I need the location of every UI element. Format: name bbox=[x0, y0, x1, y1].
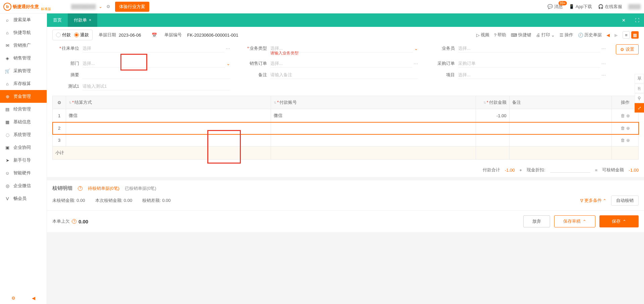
cell-amount[interactable] bbox=[476, 122, 509, 134]
view-form-button[interactable]: ▦ bbox=[631, 31, 639, 39]
tab-payment[interactable]: 付款单 × bbox=[68, 13, 97, 27]
radio-pay[interactable]: 付款 bbox=[56, 32, 71, 38]
online-service-link[interactable]: 🎧 在线客服 bbox=[598, 4, 622, 10]
purchase-order-input[interactable] bbox=[458, 59, 600, 68]
cell-settle[interactable] bbox=[66, 122, 271, 134]
tab-done-verify[interactable]: 已核销单据(0笔) bbox=[125, 185, 156, 191]
cell-remark[interactable] bbox=[509, 134, 611, 146]
delete-icon[interactable]: 🗑 bbox=[621, 126, 625, 131]
col-amount[interactable]: ⇅*付款金额 bbox=[476, 96, 509, 109]
add-row-icon[interactable]: ⊕ bbox=[626, 138, 630, 143]
shortcut-link[interactable]: ⌨快捷键 bbox=[511, 32, 531, 38]
remark-input[interactable] bbox=[270, 71, 418, 79]
next-doc-button[interactable]: ▶ bbox=[614, 33, 618, 38]
dept-select[interactable] bbox=[83, 59, 225, 68]
sidebar-item-basic-info[interactable]: ▦基础信息 bbox=[0, 116, 47, 128]
dock-attach-icon[interactable]: ⚲ bbox=[635, 93, 644, 103]
cell-remark[interactable] bbox=[509, 122, 611, 134]
sidebar-item-marketing[interactable]: ✉营销推广 bbox=[0, 39, 47, 52]
discard-button[interactable]: 放弃 bbox=[523, 215, 550, 227]
sidebar-item-operation[interactable]: ▤经营管理 bbox=[0, 103, 47, 116]
history-link[interactable]: 🕘历史单据 bbox=[578, 32, 602, 38]
cell-account[interactable]: 微信 bbox=[271, 109, 476, 122]
print-link[interactable]: 🖨打印⌄ bbox=[536, 32, 555, 38]
sidebar-item-wechat[interactable]: ◎企业微信 bbox=[0, 179, 47, 192]
table-row[interactable]: 1 微信 微信 -1.00 🗑⊕ bbox=[53, 109, 639, 122]
chevron-down-icon[interactable]: ⌄ bbox=[414, 46, 418, 51]
org-dropdown[interactable]: ████████ ⌄ ⚙ bbox=[71, 4, 110, 9]
experience-plan-button[interactable]: 体验行业方案 bbox=[115, 2, 149, 12]
cell-account[interactable] bbox=[271, 122, 476, 134]
more-icon[interactable]: ⋯ bbox=[601, 46, 606, 51]
sidebar-item-newbie[interactable]: ➤新手引导 bbox=[0, 154, 47, 167]
help-link[interactable]: ?帮助 bbox=[494, 32, 506, 38]
sidebar-item-search-menu[interactable]: ⌕搜索菜单 bbox=[0, 13, 47, 26]
sidebar-item-inventory[interactable]: ⌂库存核算 bbox=[0, 77, 47, 90]
tab-pending-verify[interactable]: 待核销单据(0笔) bbox=[88, 185, 119, 191]
user-avatar-blurred[interactable]: ████ bbox=[628, 4, 641, 9]
auto-verify-button[interactable]: 自动核销 bbox=[611, 196, 639, 206]
sidebar-item-quick-nav[interactable]: ⌂快捷导航 bbox=[0, 26, 47, 39]
more-filter-link[interactable]: ∇更多条件⌃ bbox=[580, 198, 606, 204]
collapse-icon[interactable]: ◀ bbox=[32, 296, 35, 301]
more-icon[interactable]: ⋯ bbox=[601, 61, 606, 66]
operate-link[interactable]: ☰操作 bbox=[559, 32, 573, 38]
chevron-down-icon[interactable]: ⌄ bbox=[226, 61, 230, 66]
settings-icon[interactable]: ⚙ bbox=[11, 296, 15, 301]
table-row[interactable]: 3 🗑⊕ bbox=[53, 134, 639, 146]
sales-order-input[interactable] bbox=[270, 59, 412, 68]
col-settle[interactable]: ⇅*结算方式 bbox=[66, 96, 271, 109]
sidebar-item-collab[interactable]: ▣企业协同 bbox=[0, 141, 47, 154]
save-button[interactable]: 保存⌃ bbox=[599, 215, 639, 227]
calendar-icon[interactable]: 📅 bbox=[152, 33, 157, 38]
radio-refund[interactable]: 退款 bbox=[74, 32, 89, 38]
cash-discount-input[interactable] bbox=[550, 167, 590, 173]
sidebar-item-purchase[interactable]: 🛒采购管理 bbox=[0, 64, 47, 77]
cell-remark[interactable] bbox=[509, 109, 611, 122]
save-draft-button[interactable]: 保存草稿⌃ bbox=[554, 215, 595, 227]
more-icon[interactable]: ⋯ bbox=[601, 73, 606, 78]
cell-amount[interactable]: -1.00 bbox=[476, 109, 509, 122]
col-remark[interactable]: 备注 bbox=[509, 96, 611, 109]
add-row-icon[interactable]: ⊕ bbox=[626, 126, 630, 131]
doc-date-input[interactable] bbox=[119, 33, 149, 38]
add-row-icon[interactable]: ⊕ bbox=[626, 113, 630, 118]
col-account[interactable]: ⇅*付款账号 bbox=[271, 96, 476, 109]
gear-icon[interactable]: ⚙ bbox=[106, 4, 110, 9]
delete-icon[interactable]: 🗑 bbox=[621, 113, 625, 118]
close-icon[interactable]: × bbox=[89, 18, 91, 23]
app-download-link[interactable]: 📱 App下载 bbox=[569, 4, 592, 10]
tab-home[interactable]: 首页 bbox=[47, 13, 68, 27]
sidebar-item-hardware[interactable]: ☺智能硬件 bbox=[0, 167, 47, 179]
summary-input[interactable] bbox=[83, 71, 230, 79]
test1-input[interactable] bbox=[83, 82, 230, 90]
sidebar-item-sales[interactable]: ◈销售管理 bbox=[0, 52, 47, 64]
settings-button[interactable]: ⚙设置 bbox=[616, 44, 639, 54]
messages-link[interactable]: 💬 消息 99+ bbox=[547, 4, 563, 10]
view-list-button[interactable]: ≡ bbox=[623, 31, 630, 39]
more-icon[interactable]: ⋯ bbox=[226, 46, 230, 51]
delete-icon[interactable]: 🗑 bbox=[621, 138, 625, 143]
sidebar-item-system[interactable]: ◌系统管理 bbox=[0, 128, 47, 141]
prev-doc-button[interactable]: ◀ bbox=[606, 33, 610, 38]
cell-settle[interactable] bbox=[66, 134, 271, 146]
sidebar-item-funds[interactable]: ⊛资金管理 bbox=[0, 90, 47, 103]
fullscreen-icon[interactable]: ⛶ bbox=[630, 18, 644, 23]
info-icon[interactable]: ? bbox=[72, 219, 76, 224]
cell-account[interactable] bbox=[271, 134, 476, 146]
col-gear[interactable]: ⚙ bbox=[53, 96, 66, 109]
close-all-tabs-button[interactable]: ✕ bbox=[617, 18, 630, 23]
video-link[interactable]: ▷视频 bbox=[476, 32, 489, 38]
dock-expand-icon[interactable]: ⤢ bbox=[635, 103, 644, 113]
cell-settle[interactable]: 微信 bbox=[66, 109, 271, 122]
dock-draft-icon[interactable]: 草 bbox=[635, 74, 644, 83]
dock-export-icon[interactable]: ⎘ bbox=[635, 84, 644, 93]
cell-amount[interactable] bbox=[476, 134, 509, 146]
more-icon[interactable]: ⋯ bbox=[414, 61, 418, 66]
operator-input[interactable] bbox=[458, 44, 600, 52]
project-input[interactable] bbox=[458, 71, 600, 79]
info-icon[interactable]: ? bbox=[78, 186, 83, 191]
sidebar-item-member[interactable]: V畅会员 bbox=[0, 192, 47, 205]
company-input[interactable] bbox=[83, 44, 224, 52]
table-row[interactable]: 2 🗑⊕ bbox=[53, 122, 639, 134]
